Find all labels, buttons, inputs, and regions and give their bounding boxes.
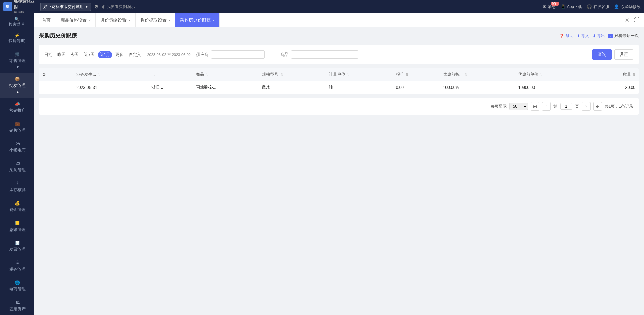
only-latest-checkbox[interactable]: ✓ 只看最后一次 [608,33,639,39]
tab-close-icon[interactable]: × [128,18,130,22]
date-filter-group: 日期 昨天 今天 近7天 近1月 更多 自定义 2023-05-02 至 202… [44,51,191,58]
tab-close-icon[interactable]: × [212,18,214,22]
sidebar-item-inventory[interactable]: 🗄 库存核算 [0,177,34,197]
th-biz-date[interactable]: 业务发生... ⇅ [73,68,148,81]
tab-bar: 首页 商品价格设置 × 进价策略设置 × 售价提取设置 × 采购历史价跟踪 × … [34,13,644,27]
tab-purchase-strategy[interactable]: 进价策略设置 × [96,13,135,27]
tab-close-icon[interactable]: × [88,18,91,22]
first-page-button[interactable]: ⏮ [531,102,539,111]
last-page-button[interactable]: ⏭ [593,102,602,111]
tab-home[interactable]: 首页 [37,13,56,27]
settings-icon[interactable]: ⚙ [94,4,99,9]
supplier-input[interactable] [211,50,265,59]
date-pill-7days[interactable]: 近7天 [82,51,97,58]
per-page-label: 每页显示 [491,104,507,109]
sidebar-item-marketing[interactable]: 📣 营销推广 [0,98,34,117]
sidebar-item-label: 电商管理 [9,286,26,292]
sidebar-item-ecommerce[interactable]: 🌐 电商管理 [0,276,34,296]
product-filter-group: 商品 … [280,50,368,59]
sidebar-item-label: 发票管理 [9,247,26,252]
user-menu-button[interactable]: 👤 徐泽华修改 [614,4,641,10]
date-filter-label: 日期 [44,52,52,58]
tab-maximize-button[interactable]: ⛶ [633,17,641,23]
date-pill-custom[interactable]: 自定义 [127,51,143,58]
settings-button[interactable]: 设置 [614,49,633,60]
sidebar-item-tax[interactable]: 🏛 税务管理 [0,256,34,276]
row-seq: 1 [51,81,73,94]
th-quantity[interactable]: 数量 ⇅ [592,68,639,81]
tab-price[interactable]: 商品价格设置 × [56,13,96,27]
row-spec: 散水 [259,81,326,94]
date-range-text: 2023-05-02 至 2023-06-02 [147,52,191,57]
tab-close-window-button[interactable]: ✕ [623,17,631,23]
sidebar-item-label: 批发管理 [9,83,26,89]
date-pill-yesterday[interactable]: 昨天 [55,51,67,58]
sidebar-item-label: 税务管理 [9,267,26,272]
sidebar-item-wholesale[interactable]: 📦 批发管理 ▴ [0,73,34,98]
expand-arrow-icon: ▾ [17,65,19,69]
th-label: 数量 [623,72,631,77]
sidebar-item-ecommerce-small[interactable]: 🛍 小畅电商 [0,137,34,157]
product-input[interactable] [291,50,358,59]
import-link[interactable]: ⬆ 导入 [577,33,589,39]
sidebar-item-invoice[interactable]: 🧾 发票管理 [0,237,34,256]
download-icon: 📱 [561,4,566,9]
export-link[interactable]: ⬇ 导出 [593,33,605,39]
th-unit[interactable]: 计量单位 ⇅ [326,68,393,81]
th-spec[interactable]: 规格型号 ⇅ [259,68,326,81]
demo-link[interactable]: ◎ 我要看实例演示 [102,4,135,10]
th-more[interactable]: ... [148,68,192,81]
sidebar-search[interactable]: 🔍 搜索菜单 [0,13,34,31]
th-product[interactable]: 商品 ⇅ [192,68,259,81]
th-quoted-price[interactable]: 报价 ⇅ [393,68,440,81]
online-service-button[interactable]: 🎧 在线客服 [587,4,609,10]
row-pre-discount-price: 10900.00 [515,81,592,94]
topbar: 财 畅捷通好业财 标准版 好业财标准版交付试用 ▾ ⚙ ◎ 我要看实例演示 ✉ … [0,0,644,13]
sidebar-item-label: 库存核算 [9,187,26,193]
chevron-down-icon: ▾ [86,4,88,9]
sidebar-item-finance[interactable]: 💰 资金管理 [0,197,34,217]
tab-sale-price[interactable]: 售价提取设置 × [136,13,175,27]
th-seq [51,68,73,81]
table-wrap: ⚙ 业务发生... ⇅ ... 商品 ⇅ [39,68,639,94]
sort-icon: ⇅ [633,73,635,76]
supplier-filter-label: 供应商 [196,52,208,58]
th-pre-discount-price[interactable]: 优惠前单价 ⇅ [515,68,592,81]
app-download-button[interactable]: 📱 App下载 [561,4,582,10]
sidebar-item-sales[interactable]: 💼 销售管理 [0,117,34,137]
tab-history-price[interactable]: 采购历史价跟踪 × [175,13,219,27]
date-pill-1month[interactable]: 近1月 [98,51,112,58]
th-gear[interactable]: ⚙ [39,68,51,81]
sidebar-item-label: 零售管理 [9,58,26,64]
version-select[interactable]: 好业财标准版交付试用 ▾ [40,3,91,11]
query-button[interactable]: 查询 [592,49,612,60]
page-number-input[interactable]: 1 [560,103,572,110]
message-button[interactable]: ✉ 消息 99+ [543,4,556,10]
sidebar-item-label: 销售管理 [9,128,26,133]
date-pill-today[interactable]: 今天 [69,51,81,58]
date-pill-more[interactable]: 更多 [113,51,126,58]
sidebar-item-label: 资金管理 [9,207,26,213]
next-page-button[interactable]: › [582,102,591,111]
sidebar-item-general-ledger[interactable]: 📒 总账管理 [0,217,34,237]
date-pills: 昨天 今天 近7天 近1月 更多 自定义 [55,51,143,58]
filter-bar: 日期 昨天 今天 近7天 近1月 更多 自定义 2023-05-02 至 202… [39,45,639,64]
sidebar-item-fixed-assets[interactable]: 🏗 固定资产 [0,296,34,315]
prev-page-button[interactable]: ‹ [542,102,551,111]
page-suffix: 页 [575,104,579,109]
sort-icon: ⇅ [347,73,350,76]
sidebar-item-purchase[interactable]: 🏷 采购管理 [0,157,34,177]
ledger-icon: 📒 [15,221,20,225]
th-label: 规格型号 [262,72,278,77]
product-more-icon[interactable]: … [361,52,368,57]
tab-close-icon[interactable]: × [168,18,170,22]
sort-icon: ⇅ [540,73,543,76]
help-link[interactable]: ❓ 帮助 [559,33,573,39]
supplier-more-icon[interactable]: … [267,52,275,57]
search-icon: 🔍 [3,17,30,22]
pagination: 每页显示 50 100 200 ⏮ ‹ 第 1 页 › ⏭ 共1页，1条记录 [39,98,639,115]
sidebar-item-retail[interactable]: 🛒 零售管理 ▾ [0,48,34,73]
sidebar-quick-nav[interactable]: ⚡ 快捷导航 [0,31,34,46]
per-page-select[interactable]: 50 100 200 [509,103,528,110]
th-discount[interactable]: 优惠前折... ⇅ [440,68,515,81]
